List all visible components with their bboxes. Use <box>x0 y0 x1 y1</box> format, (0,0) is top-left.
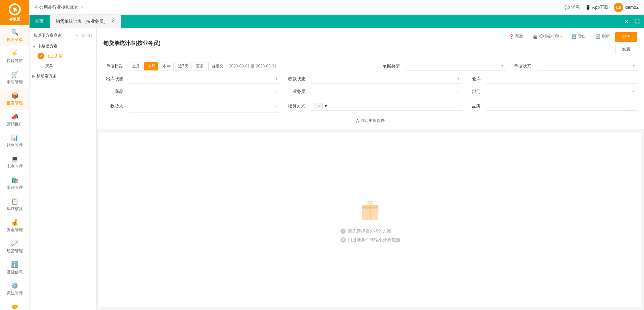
sidebar-item-label: 搜索菜单 <box>7 37 23 43</box>
left-panel-icons: ＋ ⊙ ≪ <box>74 32 92 38</box>
tab-sales-report[interactable]: 销货单统计表（按业务员） ✕ <box>50 15 121 28</box>
sidebar-item-label: 零售管理 <box>7 79 23 85</box>
header-right-actions: ❓ 帮助 🖨️ 按模板打印 ▾ ⬇️ 导出 � <box>506 32 637 54</box>
basic-icon: ℹ️ <box>11 261 18 268</box>
date-btn-custom[interactable]: 自定义 <box>208 62 226 70</box>
sidebar-item-inventory[interactable]: 📋 库存核算 <box>0 194 29 215</box>
date-btn-more[interactable]: 更多 <box>193 62 207 70</box>
print-button[interactable]: 🖨️ 按模板打印 ▾ <box>530 32 565 41</box>
sidebar-item-system[interactable]: ⚙️ 系统管理 <box>0 279 29 300</box>
filter-area: 单据日期 上月 本月 本年 近7天 更多 自定义 2023-03-01 至 20… <box>97 57 644 130</box>
empty-tip-2: 2 用过滤条件来缩小分析范围 <box>340 237 400 243</box>
sidebar-item-wholesale[interactable]: 📦 批发管理 <box>0 89 29 110</box>
wholesale-icon: 📦 <box>11 92 18 99</box>
dots-icon: ··· <box>274 103 277 108</box>
shortcut-icon: ⚡ <box>11 50 18 57</box>
doc-type-select[interactable]: ▾ <box>405 61 506 71</box>
main-area: 办公用品行业模拟账套 ▾ 💬 消息 📱 App下载 Ea demo2 首页 <box>30 0 644 310</box>
sidebar-item-label: 营销推广 <box>7 121 23 127</box>
dots-icon: ··· <box>631 76 635 81</box>
tab-home[interactable]: 首页 <box>30 15 49 28</box>
out-status-label: 出库状态 <box>103 76 123 82</box>
date-btn-this-month[interactable]: 本月 <box>144 62 158 70</box>
out-status-select[interactable]: ▾ <box>129 74 280 84</box>
goods-select[interactable]: ··· <box>129 87 280 96</box>
refresh-plan-button[interactable]: ⊙ <box>81 33 85 38</box>
dept-select[interactable]: ▾ <box>486 87 637 96</box>
payment-select[interactable]: ✕ ▾ <box>311 101 462 111</box>
pay-status-select[interactable]: ▾ <box>311 74 462 84</box>
sidebar-item-label: 基础信息 <box>7 269 23 275</box>
marketing-icon: 📣 <box>11 113 18 120</box>
pay-status-label: 收款状态 <box>285 76 306 82</box>
doc-type-label: 单据类型 <box>380 63 400 69</box>
tab-close-button[interactable]: ✕ <box>110 19 115 24</box>
sidebar-item-label: 销售管理 <box>7 143 23 148</box>
filter-row-4: 收货人 ··· 结算方式 ✕ ▾ 品牌 <box>103 100 637 112</box>
sidebar-item-retail[interactable]: 🛒 零售管理 <box>0 67 29 89</box>
chevron-down-icon: ▾ <box>458 77 459 81</box>
filter-row-2: 出库状态 ▾ 收款状态 ▾ 仓库 ··· <box>103 74 637 84</box>
help-button[interactable]: ❓ 帮助 <box>506 32 526 41</box>
date-btn-this-year[interactable]: 本年 <box>160 62 174 70</box>
brand-select[interactable]: ··· <box>486 101 637 111</box>
collapse-label: 收起更多条件 <box>361 118 385 123</box>
home-tab-label: 首页 <box>35 18 44 24</box>
print-label: 按模板打印 <box>539 34 559 39</box>
sidebar-item-finance[interactable]: 💰 资金管理 <box>0 215 29 237</box>
topbar-left: 办公用品行业模拟账套 ▾ <box>35 4 84 10</box>
sidebar-item-label: 电商管理 <box>7 164 23 169</box>
breadcrumb-arrow: ▾ <box>81 5 84 10</box>
chevron-down-icon: ▾ <box>325 103 327 108</box>
tab-fullscreen-button[interactable]: ⛶ <box>633 17 641 25</box>
sidebar-item-corp[interactable]: 🤝 企业协同 <box>0 300 29 310</box>
collapse-panel-button[interactable]: ≪ <box>87 33 92 38</box>
message-button[interactable]: 💬 消息 <box>565 4 580 10</box>
sidebar-item-basic[interactable]: ℹ️ 基础信息 <box>0 258 29 279</box>
warehouse-select[interactable]: ··· <box>486 74 637 84</box>
receiver-input[interactable]: ··· <box>129 100 280 112</box>
right-panel: 销货单统计表(按业务员) ❓ 帮助 🖨️ 按模板打印 ▾ ⬇ <box>97 28 644 310</box>
help-icon: ❓ <box>509 34 514 39</box>
query-button[interactable]: 查询 <box>615 32 637 42</box>
settings-button[interactable]: 设置 <box>615 44 637 54</box>
sidebar-item-shortcut[interactable]: ⚡ 快捷导航 <box>0 46 29 67</box>
date-btn-7days[interactable]: 近7天 <box>175 62 192 70</box>
sidebar-item-operation[interactable]: 📈 经营管理 <box>0 237 29 258</box>
message-icon: 💬 <box>565 5 570 10</box>
sidebar-item-marketing[interactable]: 📣 营销推广 <box>0 110 29 131</box>
date-btn-last-month[interactable]: 上月 <box>129 62 143 70</box>
warehouse-label: 仓库 <box>467 76 481 82</box>
tip-num-2: 2 <box>340 237 346 243</box>
sidebar-item-search[interactable]: 🔍 搜索菜单 <box>0 25 29 46</box>
pc-plan-group-title[interactable]: ▼ 电脑端方案 <box>30 42 96 51</box>
user-menu[interactable]: Ea demo2 <box>614 3 639 12</box>
sidebar-item-label: 系统管理 <box>7 291 23 296</box>
sidebar-item-sales[interactable]: 📊 销售管理 <box>0 131 29 152</box>
app-download-button[interactable]: 📱 App下载 <box>585 4 608 10</box>
plan-item-order[interactable]: ⊞ 按单 <box>30 61 96 70</box>
sidebar-item-ecommerce[interactable]: 💻 电商管理 <box>0 152 29 173</box>
export-button[interactable]: ⬇️ 导出 <box>569 32 589 41</box>
empty-state: 1 请先选择要分析的方案 2 用过滤条件来缩小分析范围 <box>340 197 400 243</box>
tag-close-button[interactable]: ✕ <box>317 104 320 108</box>
print-icon: 🖨️ <box>533 34 538 39</box>
plan-order-icon: ⊞ <box>40 64 44 68</box>
collapse-filter-button[interactable]: ⋀ 收起更多条件 <box>103 116 637 125</box>
print-arrow: ▾ <box>560 35 562 38</box>
ecommerce-icon: 💻 <box>11 155 18 163</box>
query-settings-buttons: 查询 设置 <box>615 32 637 54</box>
receiver-text-input[interactable] <box>131 101 272 110</box>
mobile-plan-group[interactable]: ▶ 移动端方案 <box>30 72 96 80</box>
tab-close-all-button[interactable]: ✕ <box>623 17 631 25</box>
sidebar-item-purchase[interactable]: 🛍️ 采购管理 <box>0 173 29 194</box>
export-label: 导出 <box>578 34 586 39</box>
sales-report-tab-label: 销货单统计表（按业务员） <box>56 18 108 24</box>
tip-1-text: 请先选择要分析的方案 <box>348 228 391 234</box>
plan-item-salesperson[interactable]: ✓ 按业务员 <box>30 51 96 61</box>
add-plan-button[interactable]: ＋ <box>74 32 79 38</box>
salesperson-select[interactable]: ··· <box>311 87 462 96</box>
tabbar-end: ✕ ⛶ <box>620 17 644 25</box>
refresh-button[interactable]: 🔄 刷新 <box>593 32 612 41</box>
doc-status-select[interactable]: ▾ <box>537 61 637 71</box>
